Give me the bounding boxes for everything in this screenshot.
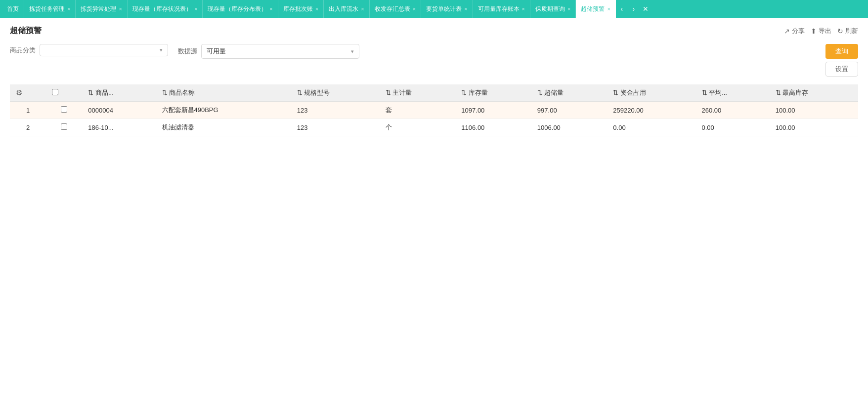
cell-avg-1: 260.00 [696,102,770,119]
tab-overstock-warning[interactable]: 超储预警 × [576,0,615,18]
cell-spec-1: 123 [291,102,380,119]
th-inventory-label: ⇅ 库存量 [461,89,488,96]
table-header-row: ⚙ ⇅ 商品... ⇅ 商品名称 ⇅ 规格型号 ⇅ 主计量 ⇅ [10,84,858,102]
tab-quality-period[interactable]: 保质期查询 × [530,0,576,18]
page-header: 超储预警 ↗ 分享 ⬆ 导出 ↻ 刷新 [10,26,858,36]
th-avg-label: ⇅ 平均... [702,89,727,96]
cell-overstock-1: 997.00 [531,102,607,119]
th-product-name-label: ⇅ 商品名称 [162,89,195,96]
tab-task-mgmt-close[interactable]: × [67,6,70,12]
category-select[interactable]: ▾ [40,44,168,56]
tab-abnormal-close[interactable]: × [119,6,122,12]
cell-product-code-2: 186-10... [82,119,156,136]
row-select-checkbox-1[interactable] [61,106,67,113]
cell-product-name-1: 六配套新昌490BPG [156,102,291,119]
th-capital[interactable]: ⇅ 资金占用 [607,84,695,102]
tab-overstock-warning-close[interactable]: × [607,6,610,12]
tab-inventory-dist-label: 现存量（库存分布表） [208,5,267,13]
tab-home[interactable]: 首页 [2,0,24,18]
table-row: 1 0000004 六配套新昌490BPG 123 套 1097.00 997.… [10,102,858,119]
tab-batch-account-label: 库存批次账 [283,5,313,13]
settings-button[interactable]: 设置 [825,62,858,77]
tab-quality-period-label: 保质期查询 [535,5,565,13]
refresh-label: 刷新 [845,27,858,36]
th-avg[interactable]: ⇅ 平均... [696,84,770,102]
tab-overstock-warning-label: 超储预警 [581,5,605,13]
refresh-icon: ↻ [837,27,843,35]
tab-quality-period-close[interactable]: × [567,6,570,12]
query-button[interactable]: 查询 [825,44,858,59]
tab-order-stats[interactable]: 要货单统计表 × [421,0,473,18]
category-label: 商品分类 [10,46,36,55]
tab-collect-summary-close[interactable]: × [413,6,416,12]
th-max-inventory-label: ⇅ 最高库存 [776,89,809,96]
export-icon: ⬆ [811,27,817,35]
cell-max-inventory-2: 100.00 [770,119,858,136]
cell-inventory-1: 1097.00 [455,102,531,119]
datasource-label: 数据源 [178,47,197,56]
datasource-select-text: 可用量 [207,47,351,56]
filter-section: 商品分类 ▾ 数据源 可用量 ▾ 查询 设置 [10,44,858,77]
tab-collect-summary[interactable]: 收发存汇总表 × [370,0,421,18]
tab-abnormal-label: 拣货异常处理 [81,5,116,13]
cell-max-inventory-1: 100.00 [770,102,858,119]
row-checkbox-1 [46,102,82,119]
th-gear: ⚙ [10,84,46,102]
tab-collect-summary-label: 收发存汇总表 [375,5,410,13]
tab-available-account[interactable]: 可用量库存账本 × [473,0,530,18]
refresh-button[interactable]: ↻ 刷新 [837,27,858,36]
nav-close-btn[interactable]: ✕ [640,0,651,18]
th-inventory[interactable]: ⇅ 库存量 [455,84,531,102]
main-content: 超储预警 ↗ 分享 ⬆ 导出 ↻ 刷新 商品分类 ▾ [0,18,868,395]
cell-product-code-1: 0000004 [82,102,156,119]
export-label: 导出 [819,27,831,36]
th-capital-label: ⇅ 资金占用 [613,89,646,96]
tab-inout-flow[interactable]: 出入库流水 × [324,0,369,18]
cell-overstock-2: 1006.00 [531,119,607,136]
export-button[interactable]: ⬆ 导出 [811,27,831,36]
category-filter-item: 商品分类 ▾ [10,44,168,56]
cell-capital-2: 0.00 [607,119,695,136]
tab-home-label: 首页 [7,5,19,13]
tab-task-mgmt[interactable]: 拣货任务管理 × [24,0,76,18]
th-checkbox [46,84,82,102]
topbar: 首页 拣货任务管理 × 拣货异常处理 × 现存量（库存状况表） × 现存量（库存… [0,0,868,18]
tab-available-account-label: 可用量库存账本 [478,5,520,13]
share-label: 分享 [792,27,805,36]
header-actions: ↗ 分享 ⬆ 导出 ↻ 刷新 [784,27,858,36]
share-button[interactable]: ↗ 分享 [784,27,805,36]
row-num-1: 1 [10,102,46,119]
th-overstock-label: ⇅ 超储量 [537,89,564,96]
tab-inventory-status[interactable]: 现存量（库存状况表） × [128,0,203,18]
datasource-chevron-icon: ▾ [351,48,354,55]
tab-inout-flow-close[interactable]: × [361,6,364,12]
cell-product-name-2: 机油滤清器 [156,119,291,136]
select-all-checkbox[interactable] [52,89,58,95]
nav-next-btn[interactable]: › [628,0,640,18]
cell-unit-2: 个 [380,119,455,136]
tab-order-stats-close[interactable]: × [464,6,467,12]
tab-order-stats-label: 要货单统计表 [426,5,462,13]
tab-abnormal[interactable]: 拣货异常处理 × [76,0,127,18]
nav-prev-btn[interactable]: ‹ [616,0,628,18]
page-title: 超储预警 [10,26,42,36]
tab-available-account-close[interactable]: × [522,6,525,12]
tab-inventory-status-close[interactable]: × [194,6,197,12]
th-product-code-label: ⇅ 商品... [88,89,113,96]
th-product-code[interactable]: ⇅ 商品... [82,84,156,102]
tab-inventory-dist-close[interactable]: × [269,6,272,12]
th-spec-label: ⇅ 规格型号 [297,89,330,96]
th-max-inventory[interactable]: ⇅ 最高库存 [770,84,858,102]
row-select-checkbox-2[interactable] [61,123,67,130]
tab-inventory-dist[interactable]: 现存量（库存分布表） × [203,0,278,18]
filter-actions: 查询 设置 [825,44,858,77]
datasource-select[interactable]: 可用量 ▾ [201,44,359,59]
tab-batch-account[interactable]: 库存批次账 × [278,0,324,18]
tab-batch-account-close[interactable]: × [315,6,318,12]
gear-settings-icon[interactable]: ⚙ [16,88,22,97]
th-spec[interactable]: ⇅ 规格型号 [291,84,380,102]
tab-inventory-status-label: 现存量（库存状况表） [132,5,192,13]
th-product-name[interactable]: ⇅ 商品名称 [156,84,291,102]
th-unit[interactable]: ⇅ 主计量 [380,84,455,102]
th-overstock[interactable]: ⇅ 超储量 [531,84,607,102]
